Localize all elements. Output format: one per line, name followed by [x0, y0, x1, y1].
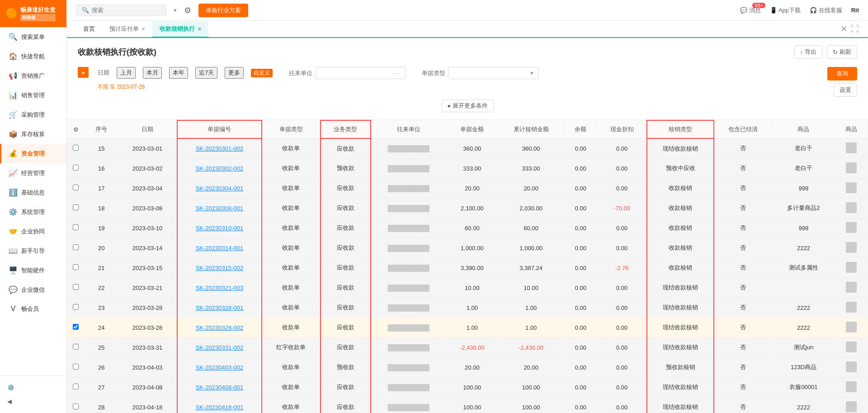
sidebar-item-purchase[interactable]: 🛒 采购管理: [0, 105, 66, 124]
table-row[interactable]: 23 2023-03-28 SK-20230328-001 收款单 应收款 ██…: [67, 298, 868, 318]
cell-bill-no[interactable]: SK-20230315-002: [177, 258, 262, 278]
sidebar-label-system: 系统管理: [21, 208, 45, 216]
table-row[interactable]: 15 2023-03-01 SK-20230301-002 收款单 应收款 ██…: [67, 138, 868, 158]
cell-checkbox[interactable]: [67, 138, 85, 158]
cell-seq: 22: [85, 278, 118, 298]
cell-bill-no[interactable]: SK-20230308-001: [177, 198, 262, 218]
cell-include-settled: 否: [714, 158, 772, 178]
collapse-filter-btn[interactable]: »: [78, 67, 89, 78]
prepay-tab-close[interactable]: ×: [142, 25, 145, 33]
maximize-icon[interactable]: ⛶: [851, 24, 859, 34]
cell-bill-no[interactable]: SK-20230328-002: [177, 318, 262, 337]
table-row[interactable]: 25 2023-03-31 SK-20230331-002 红字收款单 应收款 …: [67, 337, 868, 357]
close-window-icon[interactable]: ✕: [840, 24, 847, 34]
table-row[interactable]: 17 2023-03-04 SK-20230304-001 收款单 应收款 ██…: [67, 178, 868, 198]
filter-thisyear[interactable]: 本年: [169, 67, 188, 79]
sidebar-item-inventory[interactable]: 📦 库存核算: [0, 124, 66, 144]
sidebar-item-sales[interactable]: 📊 销售管理: [0, 85, 66, 105]
sidebar-collapse[interactable]: ◀: [0, 394, 66, 408]
filter-custom-btn[interactable]: 自定义: [251, 69, 273, 77]
sidebar-item-corp[interactable]: 🤝 企业协同: [0, 222, 66, 241]
trial-btn[interactable]: 体验行业方案: [198, 4, 248, 17]
sidebar-item-finance[interactable]: 💰 资金管理: [0, 144, 66, 163]
topbar-search-box[interactable]: 🔍: [76, 5, 166, 16]
cell-checkbox[interactable]: [67, 298, 85, 318]
cell-checkbox[interactable]: [67, 357, 85, 377]
gear-icon[interactable]: ⚙: [184, 5, 191, 15]
message-badge[interactable]: 💬 消息 99+: [740, 6, 761, 14]
sidebar-item-basic[interactable]: ℹ️ 基础信息: [0, 183, 66, 202]
table-row[interactable]: 18 2023-03-08 SK-20230308-001 收款单 应收款 ██…: [67, 198, 868, 218]
table-row[interactable]: 16 2023-03-02 SK-20230302-002 收款单 预收款 ██…: [67, 158, 868, 178]
cell-checkbox[interactable]: [67, 337, 85, 357]
cell-checkbox[interactable]: [67, 278, 85, 298]
tab-home[interactable]: 首页: [76, 21, 102, 38]
setting-btn[interactable]: 设置: [834, 83, 857, 97]
sidebar-item-quick[interactable]: 🏠 快捷导航: [0, 47, 66, 66]
cell-checkbox[interactable]: [67, 238, 85, 258]
filter-thismonth[interactable]: 本月: [143, 67, 162, 79]
sidebar-settings[interactable]: ⚙️: [0, 380, 66, 394]
filter-7days[interactable]: 近7天: [195, 67, 217, 79]
tab-collection[interactable]: 收款核销执行 ×: [152, 21, 208, 38]
filter-lastmonth[interactable]: 上月: [117, 67, 136, 79]
cell-checkbox[interactable]: [67, 397, 85, 413]
collection-tab-close[interactable]: ×: [198, 25, 201, 33]
cell-balance: 0.00: [564, 357, 597, 377]
table-row[interactable]: 24 2023-03-28 SK-20230328-002 收款单 应收款 ██…: [67, 318, 868, 337]
message-icon: 💬: [740, 7, 747, 14]
search-input[interactable]: [92, 7, 155, 14]
tab-prepay[interactable]: 预计应付单 ×: [102, 21, 152, 38]
sidebar-item-search[interactable]: 🔍 搜索菜单: [0, 27, 66, 47]
cell-checkbox[interactable]: [67, 258, 85, 278]
user-name[interactable]: Rit: [851, 7, 859, 14]
th-gear[interactable]: ⚙: [67, 120, 85, 138]
cell-bill-no[interactable]: SK-20230408-001: [177, 377, 262, 397]
table-row[interactable]: 22 2023-03-21 SK-20230321-003 收款单 应收款 ██…: [67, 278, 868, 298]
cell-checkbox[interactable]: [67, 158, 85, 178]
cell-bill-no[interactable]: SK-20230331-002: [177, 337, 262, 357]
cell-checkbox[interactable]: [67, 198, 85, 218]
cell-checkbox[interactable]: [67, 178, 85, 198]
cell-bill-no[interactable]: SK-20230301-002: [177, 138, 262, 158]
refresh-btn[interactable]: ↻ 刷新: [827, 45, 857, 59]
sidebar-item-wechat[interactable]: 💬 企业微信: [0, 280, 66, 299]
cell-bill-no[interactable]: SK-20230314-001: [177, 238, 262, 258]
sidebar-item-member[interactable]: V 畅会员: [0, 299, 66, 318]
cell-bill-no[interactable]: SK-20230302-002: [177, 158, 262, 178]
gear-th-icon[interactable]: ⚙: [73, 126, 79, 133]
cell-include-settled: 否: [714, 318, 772, 337]
table-row[interactable]: 19 2023-03-10 SK-20230310-001 收款单 应收款 ██…: [67, 218, 868, 238]
export-btn[interactable]: ↑ 导出: [794, 45, 823, 59]
cell-bill-no[interactable]: SK-20230403-002: [177, 357, 262, 377]
table-row[interactable]: 26 2023-04-03 SK-20230403-002 收款单 预收款 ██…: [67, 357, 868, 377]
partner-dots: ···: [393, 70, 401, 76]
sidebar-item-operation[interactable]: 📈 经营管理: [0, 163, 66, 183]
th-accum-amount: 累计核销金额: [498, 120, 564, 138]
cell-bill-no[interactable]: SK-20230304-001: [177, 178, 262, 198]
partner-filter-input[interactable]: ···: [315, 67, 406, 79]
sidebar-item-guide[interactable]: 📖 新手引导: [0, 241, 66, 261]
dropdown-arrow-icon[interactable]: ▾: [174, 7, 177, 14]
cell-checkbox[interactable]: [67, 318, 85, 337]
cell-biz-type: 应收款: [321, 278, 371, 298]
single-type-select[interactable]: ▾: [448, 67, 538, 79]
filter-more[interactable]: 更多: [225, 67, 244, 79]
table-row[interactable]: 20 2023-03-14 SK-20230314-001 收款单 应收款 ██…: [67, 238, 868, 258]
sidebar-item-hardware[interactable]: 🖥️ 智能硬件: [0, 261, 66, 280]
cell-bill-no[interactable]: SK-20230310-001: [177, 218, 262, 238]
cell-bill-no[interactable]: SK-20230328-001: [177, 298, 262, 318]
query-btn[interactable]: 查询: [827, 67, 857, 81]
cell-bill-no[interactable]: SK-20230418-001: [177, 397, 262, 413]
sidebar-item-marketing[interactable]: 📢 营销推广: [0, 66, 66, 85]
cell-checkbox[interactable]: [67, 218, 85, 238]
table-row[interactable]: 28 2023-04-18 SK-20230418-001 收款单 应收款 ██…: [67, 397, 868, 413]
cell-checkbox[interactable]: [67, 377, 85, 397]
table-row[interactable]: 27 2023-04-08 SK-20230408-001 收款单 应收款 ██…: [67, 377, 868, 397]
cell-bill-no[interactable]: SK-20230321-003: [177, 278, 262, 298]
expand-filter-btn[interactable]: ▾ 展开更多条件: [442, 100, 494, 112]
table-row[interactable]: 21 2023-03-15 SK-20230315-002 收款单 应收款 ██…: [67, 258, 868, 278]
online-service[interactable]: 🎧 在线客服: [810, 6, 842, 14]
app-download[interactable]: 📱 App下载: [770, 6, 801, 14]
sidebar-item-system[interactable]: ⚙️ 系统管理: [0, 202, 66, 222]
